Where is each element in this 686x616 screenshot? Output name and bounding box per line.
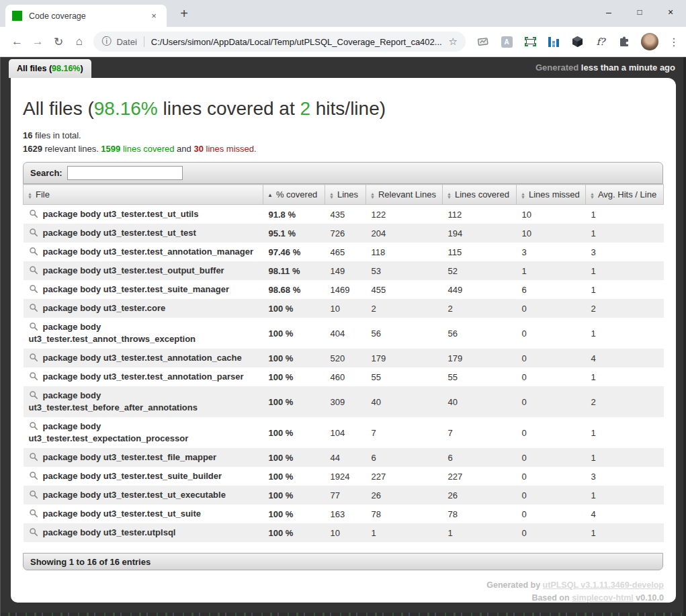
stats-bars-extension-icon[interactable] [547, 35, 560, 48]
file-cell[interactable]: package bodyut3_tester.test_annot_throws… [24, 318, 263, 349]
table-row: package body ut3_tester.test_suite_manag… [24, 280, 664, 299]
magnifier-icon [29, 390, 38, 400]
relevant-lines-cell: 53 [366, 261, 443, 280]
percent-covered-cell: 100 % [263, 504, 325, 523]
file-cell[interactable]: package bodyut3_tester.test_before_after… [24, 386, 263, 417]
percent-covered-cell: 91.8 % [263, 205, 325, 224]
search-input[interactable] [67, 166, 183, 180]
file-cell[interactable]: package body ut3_tester.utplsql [24, 523, 263, 542]
avg-hits-cell: 1 [586, 280, 664, 299]
footer-credits: Generated by utPLSQL v3.1.11.3469-develo… [23, 579, 664, 605]
column-header-avg-hits[interactable]: ▲▼Avg. Hits / Line [586, 185, 664, 205]
file-cell[interactable]: package body ut3_tester.test_suite_manag… [24, 280, 263, 299]
lines-cell: 104 [325, 417, 366, 448]
minimize-button[interactable]: – [593, 0, 624, 24]
magnifier-icon [29, 303, 38, 312]
screenshot-extension-icon[interactable] [523, 35, 537, 48]
sort-both-icon: ▲▼ [28, 192, 32, 199]
percent-covered-cell: 100 % [263, 367, 325, 386]
table-row: package body ut3_tester.utplsql 100 % 10… [24, 523, 664, 542]
based-on-line: Based on simplecov-html v0.10.0 [23, 592, 664, 605]
extensions-area: A f? [476, 33, 679, 50]
cube-extension-icon[interactable] [570, 35, 584, 48]
file-cell[interactable]: package body ut3_tester.test_annotation_… [24, 349, 263, 367]
maximize-button[interactable]: □ [624, 0, 655, 24]
avg-hits-cell: 2 [586, 299, 664, 318]
lines-covered-cell: 115 [443, 243, 517, 261]
relevant-lines-cell: 40 [366, 386, 443, 417]
column-label: Lines covered [455, 189, 509, 200]
address-bar[interactable]: ⓘ Datei C:/Users/simon/AppData/Local/Tem… [93, 32, 466, 52]
utplsql-link[interactable]: utPLSQL v3.1.11.3469-develop [543, 580, 664, 590]
lines-covered-cell: 2 [443, 299, 517, 318]
file-cell[interactable]: package body ut3_tester.test_ut_executab… [24, 486, 263, 504]
percent-covered-cell: 100 % [263, 486, 325, 504]
file-name: package body ut3_tester.utplsql [43, 527, 176, 537]
file-cell[interactable]: package body ut3_tester.core [24, 299, 263, 318]
lines-covered-cell: 6 [443, 448, 517, 467]
page-info-icon[interactable]: ⓘ [101, 36, 111, 48]
magnifier-icon [29, 471, 38, 480]
file-cell[interactable]: package bodyut3_tester.test_expectation_… [24, 417, 263, 448]
file-cell[interactable]: package body ut3_tester.test_output_buff… [24, 261, 263, 280]
coverage-page: All files (98.16%) Generated less than a… [0, 57, 686, 616]
stamp-extension-icon[interactable] [476, 35, 490, 48]
url-text: C:/Users/simon/AppData/Local/Temp/utPLSQ… [151, 37, 443, 47]
avg-hits-cell: 1 [586, 318, 664, 349]
math-extension-icon[interactable]: f? [594, 35, 607, 48]
close-button[interactable]: × [655, 0, 686, 24]
file-cell[interactable]: package body ut3_tester.test_ut_test [24, 224, 263, 243]
avg-hits-cell: 3 [586, 243, 664, 261]
file-cell[interactable]: package body ut3_tester.test_annotation_… [24, 243, 263, 261]
search-bar: Search: [23, 162, 663, 184]
pdf-extension-icon[interactable]: A [500, 35, 513, 48]
browser-tab[interactable]: Code coverage × [5, 5, 167, 27]
lines-missed-cell: 0 [517, 349, 586, 367]
new-tab-button[interactable]: + [175, 4, 194, 23]
forward-icon[interactable]: → [30, 35, 46, 48]
percent-covered-cell: 100 % [263, 467, 325, 486]
file-cell[interactable]: package body ut3_tester.test_ut_suite [24, 504, 263, 523]
avg-hits-cell: 4 [586, 504, 664, 523]
sort-both-icon: ▲▼ [590, 192, 595, 199]
browser-titlebar: Code coverage × + – □ × [0, 0, 686, 27]
percent-covered-cell: 97.46 % [263, 243, 325, 261]
back-icon[interactable]: ← [9, 35, 26, 48]
magnifier-icon [29, 527, 38, 537]
extensions-puzzle-icon[interactable] [617, 35, 631, 48]
column-header-relevant-lines[interactable]: ▲▼Relevant Lines [366, 185, 443, 205]
all-files-tab[interactable]: All files (98.16%) [9, 59, 91, 78]
profile-avatar[interactable] [641, 33, 658, 50]
browser-menu-icon[interactable]: ⋮ [669, 36, 679, 48]
column-header-lines-missed[interactable]: ▲▼Lines missed [517, 185, 586, 205]
file-cell[interactable]: package body ut3_tester.test_file_mapper [24, 448, 263, 467]
table-row: package bodyut3_tester.test_annot_throws… [24, 318, 664, 349]
relevant-lines-cell: 26 [366, 486, 443, 504]
bookmark-star-icon[interactable]: ☆ [449, 36, 458, 48]
file-cell[interactable]: package body ut3_tester.test_annotation_… [24, 367, 263, 386]
percent-covered-cell: 98.68 % [263, 280, 325, 299]
lines-covered-cell: 449 [443, 280, 517, 299]
table-row: package body ut3_tester.test_suite_build… [24, 467, 664, 486]
file-name: package body ut3_tester.test_ut_executab… [43, 490, 226, 500]
table-row: package body ut3_tester.test_annotation_… [24, 243, 664, 261]
home-icon[interactable]: ⌂ [71, 35, 88, 48]
tab-close-icon[interactable]: × [148, 10, 160, 22]
column-header-lines[interactable]: ▲▼Lines [325, 185, 366, 205]
simplecov-link[interactable]: simplecov-html [572, 593, 634, 603]
file-name: package body ut3_tester.test_ut_test [43, 228, 196, 238]
percent-covered-cell: 95.1 % [263, 224, 325, 243]
percent-covered-cell: 100 % [263, 318, 325, 349]
percent-covered-cell: 100 % [263, 523, 325, 542]
lines-missed-cell: 3 [517, 243, 586, 261]
search-label: Search: [30, 168, 62, 178]
lines-missed-cell: 1 [517, 261, 586, 280]
column-header-lines-covered[interactable]: ▲▼Lines covered [443, 185, 517, 205]
relevant-lines-cell: 118 [366, 243, 443, 261]
column-header-file[interactable]: ▲▼File [24, 185, 263, 205]
column-header-percent-covered[interactable]: ▲% covered [263, 185, 325, 205]
lines-covered-cell: 194 [443, 224, 517, 243]
reload-icon[interactable]: ↻ [50, 35, 67, 49]
file-cell[interactable]: package body ut3_tester.test_suite_build… [24, 467, 263, 486]
file-cell[interactable]: package body ut3_tester.test_ut_utils [24, 205, 263, 224]
